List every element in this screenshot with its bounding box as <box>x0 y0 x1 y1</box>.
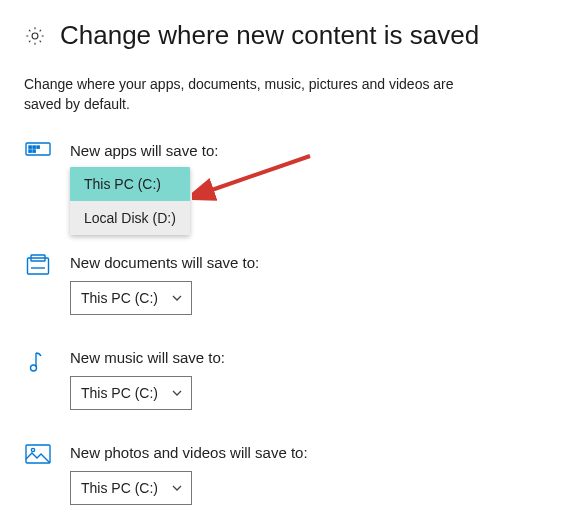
photos-select-value: This PC (C:) <box>81 480 158 496</box>
documents-select[interactable]: This PC (C:) <box>70 281 192 315</box>
svg-rect-2 <box>29 146 31 148</box>
documents-icon <box>24 254 52 282</box>
apps-label: New apps will save to: <box>70 142 548 159</box>
svg-line-7 <box>206 156 310 192</box>
svg-rect-3 <box>33 146 35 148</box>
apps-dropdown-option-c[interactable]: This PC (C:) <box>70 167 190 201</box>
section-documents: New documents will save to: This PC (C:) <box>24 254 548 315</box>
photos-select[interactable]: This PC (C:) <box>70 471 192 505</box>
gear-icon <box>24 25 46 47</box>
photos-label: New photos and videos will save to: <box>70 444 548 461</box>
music-icon <box>24 349 52 377</box>
chevron-down-icon <box>171 292 183 304</box>
music-label: New music will save to: <box>70 349 548 366</box>
svg-rect-1 <box>26 143 50 155</box>
chevron-down-icon <box>171 482 183 494</box>
section-photos: New photos and videos will save to: This… <box>24 444 548 505</box>
arrow-annotation <box>192 150 322 213</box>
photos-icon <box>24 444 52 472</box>
svg-rect-6 <box>33 150 35 152</box>
svg-rect-4 <box>37 146 39 148</box>
music-select-value: This PC (C:) <box>81 385 158 401</box>
svg-point-0 <box>32 33 38 39</box>
svg-rect-5 <box>29 150 31 152</box>
intro-text: Change where your apps, documents, music… <box>24 75 484 114</box>
documents-label: New documents will save to: <box>70 254 548 271</box>
apps-icon <box>24 142 52 170</box>
page-title: Change where new content is saved <box>60 20 479 51</box>
documents-select-value: This PC (C:) <box>81 290 158 306</box>
music-select[interactable]: This PC (C:) <box>70 376 192 410</box>
section-music: New music will save to: This PC (C:) <box>24 349 548 410</box>
chevron-down-icon <box>171 387 183 399</box>
apps-dropdown-option-d[interactable]: Local Disk (D:) <box>70 201 190 235</box>
apps-dropdown: This PC (C:) Local Disk (D:) <box>70 167 190 235</box>
section-apps: New apps will save to: This PC (C:) Loca… <box>24 142 548 238</box>
svg-point-12 <box>31 449 34 452</box>
page-header: Change where new content is saved <box>24 20 548 51</box>
svg-point-10 <box>31 365 37 371</box>
